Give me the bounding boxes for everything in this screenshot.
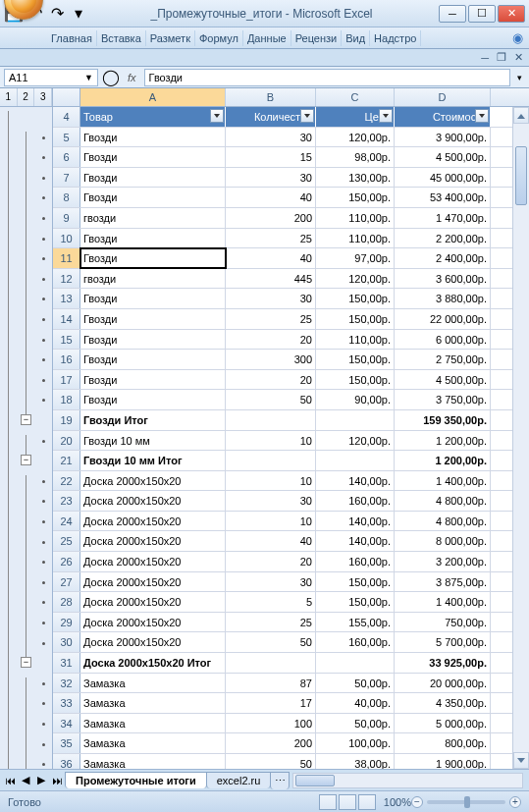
cell[interactable]: Доска 2000х150х20 Итог (80, 653, 226, 673)
cell[interactable]: Гвозди (80, 168, 226, 188)
cell[interactable]: 159 350,00р. (395, 410, 491, 430)
zoom-in-button[interactable]: + (509, 796, 521, 808)
cell[interactable]: 25 (226, 309, 316, 329)
row-header[interactable]: 31 (53, 653, 80, 673)
row-header[interactable]: 23 (53, 491, 80, 511)
cell[interactable]: Гвозди 10 мм Итог (80, 451, 226, 470)
cell[interactable]: 50,00р. (316, 714, 395, 733)
cell[interactable]: 30 (226, 491, 316, 511)
scroll-down-icon[interactable] (513, 752, 529, 769)
cell[interactable]: Гвозди (80, 390, 226, 409)
cell[interactable]: гвозди (80, 269, 226, 289)
cell[interactable]: 3 900,00р. (395, 128, 491, 147)
cell[interactable]: 150,00р. (316, 309, 395, 329)
next-sheet-icon[interactable]: ▶ (33, 773, 49, 788)
minimize-button[interactable]: ─ (439, 5, 466, 23)
cell[interactable]: 160,00р. (316, 632, 395, 652)
row-header[interactable]: 5 (53, 128, 80, 147)
cell[interactable] (316, 410, 395, 430)
row-header[interactable]: 22 (53, 471, 80, 491)
cell[interactable]: 110,00р. (316, 208, 395, 228)
row-header[interactable]: 10 (53, 229, 80, 248)
cell[interactable]: 40 (226, 248, 316, 268)
cell[interactable]: 4 500,00р. (395, 147, 491, 167)
cell[interactable]: Замазка (80, 714, 226, 733)
cell[interactable]: 150,00р. (316, 188, 395, 207)
cell[interactable] (226, 451, 316, 470)
outline-level-1[interactable]: 1 (0, 88, 18, 106)
cell[interactable]: 110,00р. (316, 330, 395, 350)
col-header-a[interactable]: A (80, 88, 226, 106)
help-icon[interactable]: ◉ (512, 30, 523, 45)
cell[interactable]: 3 600,00р. (395, 269, 491, 289)
cell[interactable]: Доска 2000х150х20 (80, 592, 226, 612)
row-header[interactable]: 7 (53, 168, 80, 188)
cell[interactable]: Гвозди (80, 229, 226, 248)
cell[interactable]: 20 (226, 370, 316, 390)
cell[interactable]: 200 (226, 208, 316, 228)
cell[interactable]: 50 (226, 754, 316, 769)
cell[interactable]: Доска 2000х150х20 (80, 531, 226, 551)
cell[interactable]: 40 (226, 531, 316, 551)
cell[interactable]: 140,00р. (316, 512, 395, 531)
row-header[interactable]: 16 (53, 350, 80, 369)
cell[interactable]: 2 200,00р. (395, 229, 491, 248)
cell[interactable]: Замазка (80, 674, 226, 693)
cell[interactable]: 97,00р. (316, 248, 395, 268)
cell[interactable]: Гвозди (80, 188, 226, 207)
cell[interactable]: 1 400,00р. (395, 592, 491, 612)
fx-circle-icon[interactable]: ◯ (102, 68, 120, 86)
cell[interactable]: Гвозди (80, 370, 226, 390)
col-header-c[interactable]: C (316, 88, 395, 106)
cell[interactable]: Гвозди (80, 350, 226, 369)
outline-level-2[interactable]: 2 (18, 88, 35, 106)
cell[interactable]: 140,00р. (316, 531, 395, 551)
outline-collapse-button[interactable]: − (21, 414, 31, 425)
cell[interactable]: 53 400,00р. (395, 188, 491, 207)
fx-icon[interactable]: fx (124, 72, 140, 83)
cell[interactable]: 40,00р. (316, 693, 395, 713)
cell[interactable]: 1 470,00р. (395, 208, 491, 228)
cell[interactable]: 4 800,00р. (395, 491, 491, 511)
cell[interactable]: Гвозди (80, 289, 226, 308)
cell[interactable]: 30 (226, 128, 316, 147)
cell[interactable]: Доска 2000х150х20 (80, 552, 226, 571)
cell[interactable]: 10 (226, 431, 316, 451)
row-header[interactable]: 12 (53, 269, 80, 289)
view-normal-button[interactable] (319, 794, 337, 810)
view-layout-button[interactable] (339, 794, 356, 810)
cell[interactable]: Доска 2000х150х20 (80, 572, 226, 592)
cell[interactable]: 150,00р. (316, 289, 395, 308)
cell[interactable]: 2 400,00р. (395, 248, 491, 268)
cell[interactable]: 4 800,00р. (395, 512, 491, 531)
cell[interactable]: 445 (226, 269, 316, 289)
scroll-up-icon[interactable] (513, 107, 529, 124)
row-header[interactable]: 36 (53, 754, 80, 769)
cell[interactable]: 800,00р. (395, 733, 491, 753)
cell[interactable]: 155,00р. (316, 613, 395, 632)
first-sheet-icon[interactable]: ⏮ (2, 773, 18, 788)
cell[interactable]: 5 000,00р. (395, 714, 491, 733)
cell[interactable]: 30 (226, 289, 316, 308)
row-header[interactable]: 35 (53, 733, 80, 753)
cell[interactable]: Гвозди (80, 309, 226, 329)
cell[interactable]: 50,00р. (316, 674, 395, 693)
new-sheet-icon[interactable]: ⋯ (270, 772, 290, 789)
cell[interactable]: 150,00р. (316, 572, 395, 592)
cell[interactable]: 50 (226, 390, 316, 409)
cell[interactable]: 90,00р. (316, 390, 395, 409)
cell[interactable]: 17 (226, 693, 316, 713)
row-header[interactable]: 8 (53, 188, 80, 207)
doc-restore-icon[interactable]: ❐ (497, 51, 506, 64)
cell[interactable] (226, 410, 316, 430)
tab-layout[interactable]: Разметк (146, 30, 195, 46)
cell[interactable]: 33 925,00р. (395, 653, 491, 673)
cell[interactable] (226, 653, 316, 673)
sheet-tab-inactive[interactable]: excel2.ru (206, 772, 272, 788)
tab-view[interactable]: Вид (342, 30, 370, 46)
cell[interactable]: 38,00р. (316, 754, 395, 769)
col-header-d[interactable]: D (395, 88, 491, 106)
cell[interactable]: Доска 2000х150х20 (80, 613, 226, 632)
cell[interactable]: Гвозди 10 мм (80, 431, 226, 451)
row-header[interactable]: 33 (53, 693, 80, 713)
